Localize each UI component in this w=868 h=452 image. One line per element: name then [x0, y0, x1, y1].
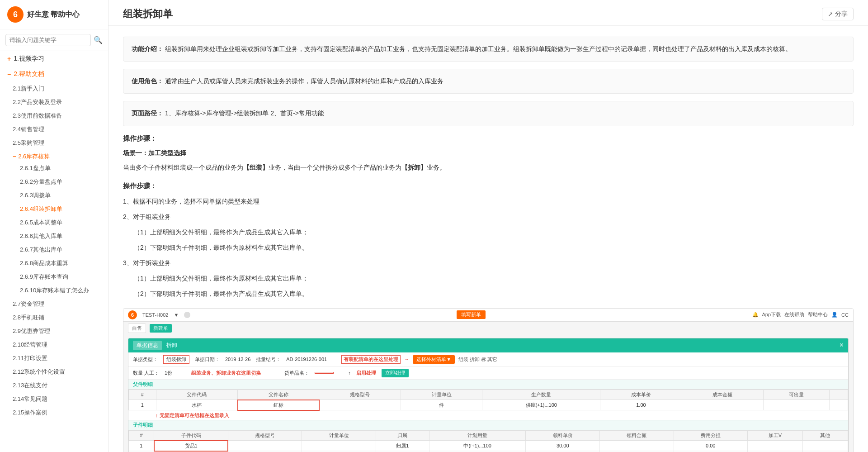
expand-icon: +	[7, 55, 11, 62]
search-input[interactable]	[5, 34, 91, 46]
sidebar-item-2-11[interactable]: 2.11打印设置	[13, 352, 108, 365]
step2-1: （1）上部明细为父件明细，最终作为产成品生成其它入库单；	[134, 226, 854, 238]
sidebar-item-2-6-3[interactable]: 2.6.3调拨单	[20, 189, 108, 202]
mock-tab-2[interactable]: 新建单	[150, 324, 172, 333]
sidebar-item-2-1[interactable]: 2.1新手入门	[13, 82, 108, 95]
mock-th-spec: 规格型号	[319, 390, 401, 400]
sidebar-item-1[interactable]: + 1.视频学习	[0, 51, 108, 67]
logo-bar: 6 好生意 帮助中心	[0, 0, 108, 29]
mock-modal-tab-active[interactable]: 单据信息	[133, 341, 162, 350]
mock-t2-th-v: 加工V	[748, 430, 802, 441]
mock-th-cost: 成本单价	[600, 390, 682, 400]
mock-home-icon: 帮助中心	[808, 311, 828, 318]
share-button[interactable]: ↗ 分享	[822, 8, 854, 20]
sidebar-item-2-8[interactable]: 2.8手机旺铺	[13, 311, 108, 324]
mock-t1-r1-name: 红标	[238, 400, 319, 410]
step2: 2、对于组装业务	[123, 210, 854, 223]
sidebar: 6 好生意 帮助中心 🔍 + 1.视频学习 − 2.帮助文档 2.1新手入门 2…	[0, 0, 108, 452]
step3-1: （1）上部明细为父件明细，最终作为原材料生成其它出库单；	[134, 272, 854, 285]
mock-table2-row1: 1 货品1 归属1 中(f+1)...100 30.00 0.00	[129, 441, 848, 451]
mock-refresh-icon	[184, 312, 190, 318]
sidebar-item-2-6-6[interactable]: 2.6.6其他入库单	[20, 229, 108, 243]
search-icon[interactable]: 🔍	[94, 36, 103, 44]
mock-goods-input[interactable]	[315, 372, 334, 374]
sidebar-item-2-6-2[interactable]: 2.6.2分量盘点单	[20, 175, 108, 189]
collapse-icon: −	[7, 71, 11, 78]
share-icon: ↗	[828, 10, 833, 18]
mock-app-icon: App下载	[762, 311, 781, 318]
mock-bell-icon: 🔔	[752, 312, 759, 318]
mock-cc-icon: CC	[841, 312, 849, 318]
mock-t1-r1-action	[829, 400, 848, 410]
mock-new-btn[interactable]: 填写新单	[457, 310, 486, 319]
sidebar-item-2-4[interactable]: 2.4销售管理	[13, 123, 108, 136]
mock-th-unit: 计量单位	[401, 390, 482, 400]
sidebar-item-2-6-4[interactable]: 2.6.4组装拆卸单	[20, 202, 108, 216]
screenshot-wrapper: 6 TEST-H002 ▼ 填写新单 🔔 App下载 在线帮助 帮助中心 👤 C…	[123, 309, 853, 452]
main-content: 组装拆卸单 ↗ 分享 功能介绍： 组装拆卸单用来处理企业组装或拆卸等加工业务，支…	[108, 0, 868, 452]
sidebar-item-2-6[interactable]: 2.6库存核算	[18, 152, 50, 161]
mock-form-row1: 单据类型： 组装拆卸 单据日期： 2019-12-26 批量结号： AD-201…	[128, 352, 848, 367]
mock-f1-label: 单据类型：	[133, 356, 158, 363]
logo-text: 好生意 帮助中心	[27, 10, 80, 19]
mock-modal-tab-2[interactable]: 拆卸	[166, 342, 177, 349]
mock-t2-th-plan: 计划用量	[429, 430, 526, 441]
mock-th-qty: 生产数量	[482, 390, 600, 400]
mock-goods-label: 货单品名：	[284, 370, 309, 376]
mock-t2-th-spec: 规格型号	[228, 430, 302, 441]
mock-t2-r1-code: 货品1	[154, 441, 228, 451]
mock-th-name: 父件名称	[238, 390, 319, 400]
mock-f2-value: 2019-12-26	[225, 357, 250, 362]
mock-table2: # 子件代码 规格型号 计量单位 归属 计划用量 领料单价 领料金额 费用分担 …	[128, 430, 848, 452]
mock-modal-tabs: 单据信息 拆卸	[133, 341, 177, 350]
mock-annotation2: 组装业务、拆卸业务在这里切换	[191, 370, 261, 376]
mock-modal-header: 单据信息 拆卸 ×	[128, 338, 848, 352]
intro-label: 功能介绍：	[132, 45, 163, 52]
sidebar-item-2-7[interactable]: 2.7资金管理	[13, 297, 108, 311]
sidebar-item-2-5[interactable]: 2.5采购管理	[13, 136, 108, 150]
top-bar: 组装拆卸单 ↗ 分享	[108, 0, 868, 26]
sidebar-item-2[interactable]: − 2.帮助文档	[0, 67, 108, 82]
mock-confirm-btn[interactable]: 立即处理	[382, 369, 409, 377]
step3: 3、对于拆装业务	[123, 257, 854, 269]
sidebar-item-2-6-8[interactable]: 2.6.8商品成本重算	[20, 257, 108, 270]
sidebar-item-2-13[interactable]: 2.13在线支付	[13, 379, 108, 392]
nav-section: + 1.视频学习 − 2.帮助文档 2.1新手入门 2.2产品安装及登录 2.3…	[0, 51, 108, 419]
sidebar-item-2-2[interactable]: 2.2产品安装及登录	[13, 95, 108, 109]
mock-f3-value: AD-20191226-001	[286, 357, 327, 362]
mock-f1-value: 组装拆卸	[163, 355, 189, 364]
mock-tab-1[interactable]: 自售	[128, 324, 146, 333]
mock-t2-th-belong: 归属	[376, 430, 429, 441]
mock-th-num: #	[129, 390, 156, 400]
mock-count-value: 1份	[165, 370, 172, 376]
sidebar-item-2-12[interactable]: 2.12系统个性化设置	[13, 365, 108, 379]
sidebar-item-2-6-9[interactable]: 2.6.9库存账本查询	[20, 270, 108, 284]
path-label: 页面路径：	[132, 109, 163, 117]
mock-right-icons: 🔔 App下载 在线帮助 帮助中心 👤 CC	[752, 311, 849, 318]
mock-user-icon: 👤	[831, 312, 838, 318]
sidebar-item-2-15[interactable]: 2.15操作案例	[13, 406, 108, 419]
sidebar-item-2-6-5[interactable]: 2.6.5成本调整单	[20, 216, 108, 229]
sidebar-item-2-14[interactable]: 2.14常见问题	[13, 392, 108, 406]
sidebar-item-2-6-7[interactable]: 2.6.7其他出库单	[20, 243, 108, 257]
sidebar-item-2-9[interactable]: 2.9优惠券管理	[13, 324, 108, 338]
mock-t2-r1-spec	[228, 441, 302, 451]
mock-t1-r1-unit: 件	[401, 400, 482, 410]
sidebar-sub-2: 2.1新手入门 2.2产品安装及登录 2.3使用前数据准备 2.4销售管理 2.…	[0, 82, 108, 419]
mock-f3-label: 批量结号：	[256, 356, 281, 363]
sidebar-item-2-6-1[interactable]: 2.6.1盘点单	[20, 162, 108, 175]
mock-t2-th-fee: 费用分担	[674, 430, 748, 441]
sidebar-item-2-10[interactable]: 2.10经营管理	[13, 338, 108, 352]
mock-close-icon[interactable]: ×	[840, 341, 844, 349]
mock-t2-th-other: 其他	[802, 430, 848, 441]
share-label: 分享	[835, 10, 848, 18]
mock-t2-th-price: 领料单价	[526, 430, 600, 441]
page-title: 组装拆卸单	[123, 7, 173, 21]
sidebar-item-2-6-10[interactable]: 2.6.10库存账本错了怎么办	[20, 284, 108, 297]
mock-select-btn[interactable]: 选择外材清单▼	[413, 355, 455, 364]
sidebar-item-2-3[interactable]: 2.3使用前数据准备	[13, 109, 108, 123]
mock-left-bar: 6 TEST-H002 ▼	[128, 310, 190, 319]
mock-logo: 6	[128, 310, 137, 319]
mock-annotation1-area: 有装配清单的在这里处理 → 选择外材清单▼ 组装 拆卸 标 其它	[341, 355, 497, 364]
mock-th-avail: 可出量	[764, 390, 830, 400]
